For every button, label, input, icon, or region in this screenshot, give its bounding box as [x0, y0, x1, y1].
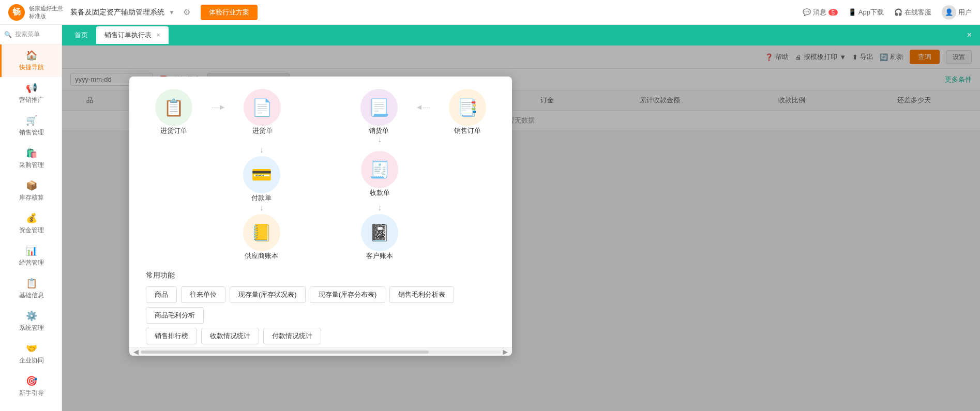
content-area: 首页 销售订单执行表 × × ❓ 帮助 🖨 按模板打印 ▼ [62, 25, 980, 411]
flow-col-payment: ↓ 💳 付款单 [243, 146, 280, 203]
trial-btn[interactable]: 体验行业方案 [201, 5, 258, 20]
flow-col-sales-bill: 📃 销货单 [360, 89, 398, 135]
fn-btn-counterpart[interactable]: 往来单位 [181, 286, 225, 303]
inventory-icon: 📦 [26, 180, 37, 191]
modal-content: 📋 进货订单 - - - - ▶ [129, 77, 512, 347]
user-label: 用户 [958, 8, 972, 17]
fn-btn-receipt-stat[interactable]: 收款情况统计 [201, 328, 259, 344]
sidebar-item-quick-nav[interactable]: 🏠 快捷导航 [0, 44, 62, 77]
scroll-left-icon[interactable]: ◀ [131, 348, 141, 356]
main-layout: 🔍 搜索菜单 🏠 快捷导航 📢 营销推广 🛒 销售管理 🛍️ 采购管理 📦 库存… [0, 25, 980, 411]
sidebar-item-marketing[interactable]: 📢 营销推广 [0, 77, 62, 110]
flow-col-supplier: 📒 供应商账本 [243, 214, 280, 261]
fn-btn-product[interactable]: 商品 [146, 286, 177, 303]
system-title-area: 装备及固定资产辅助管理系统 ▼ ⚙ 体验行业方案 [70, 5, 803, 20]
sidebar-item-label-finance: 资金管理 [19, 226, 44, 235]
spacer-arrow-1 [156, 135, 193, 144]
purchase-order-circle[interactable]: 📋 [155, 89, 192, 126]
supplier-ledger-circle[interactable]: 📒 [243, 214, 280, 251]
sidebar-item-label-marketing: 营销推广 [19, 96, 44, 104]
fn-btn-sales-rank[interactable]: 销售排行榜 [146, 328, 197, 344]
payment-bill-icon: 💳 [251, 165, 272, 185]
fn-btn-product-gross[interactable]: 商品毛利分析 [146, 307, 204, 324]
common-functions-title: 常用功能 [146, 271, 495, 280]
close-all-tabs-icon[interactable]: × [963, 28, 976, 42]
sidebar-item-label-enterprise: 企业协同 [19, 356, 44, 365]
user-item[interactable]: 👤 用户 [942, 5, 972, 20]
system-dropdown-icon[interactable]: ▼ [169, 9, 175, 16]
scrollbar-track[interactable] [141, 351, 501, 354]
message-item[interactable]: 💬 消息 5 [803, 8, 838, 17]
sidebar-item-newbie[interactable]: 🎯 新手引导 [0, 370, 62, 403]
purchase-bill-circle[interactable]: 📄 [244, 89, 281, 126]
app-icon: 📱 [848, 8, 856, 16]
fn-btn-sales-gross[interactable]: 销售毛利分析表 [389, 286, 454, 303]
scroll-right-icon[interactable]: ▶ [501, 348, 510, 356]
tab-home[interactable]: 首页 [66, 26, 96, 44]
message-icon: 💬 [803, 8, 811, 16]
supplier-ledger-label: 供应商账本 [245, 251, 278, 261]
sp5 [448, 204, 486, 212]
flow-row-3: 📒 供应商账本 📓 客户账本 [146, 214, 495, 261]
sidebar-item-basic-info[interactable]: 📋 基础信息 [0, 272, 62, 305]
operations-icon: 📊 [26, 245, 37, 256]
modal-overlay: 📋 进货订单 - - - - ▶ [62, 45, 980, 411]
sidebar-item-label-newbie: 新手引导 [19, 389, 44, 398]
sidebar-item-operations[interactable]: 📊 经营管理 [0, 240, 62, 272]
search-menu[interactable]: 🔍 搜索菜单 [0, 25, 62, 44]
common-functions: 常用功能 商品 往来单位 现存量(库存状况表) 现存量(库存分布表) 销售毛利分… [146, 271, 495, 344]
app-download-item[interactable]: 📱 App下载 [848, 8, 884, 17]
receipt-bill-label: 收款单 [370, 188, 390, 197]
payment-bill-label: 付款单 [251, 193, 272, 203]
supplier-ledger-icon: 📒 [251, 223, 272, 242]
gear-icon[interactable]: ⚙ [183, 7, 190, 17]
payment-bill-circle[interactable]: 💳 [243, 156, 280, 193]
fn-btn-inventory-dist[interactable]: 现存量(库存分布表) [310, 286, 386, 303]
arrows-row-1: ↓ [146, 135, 495, 144]
marketing-icon: 📢 [26, 82, 37, 94]
sidebar-item-finance[interactable]: 💰 资金管理 [0, 207, 62, 240]
tab-close-icon[interactable]: × [157, 32, 160, 39]
sales-bill-circle[interactable]: 📃 [360, 89, 398, 126]
sidebar-item-label-purchase: 采购管理 [19, 161, 44, 170]
message-badge: 5 [828, 9, 838, 16]
flow-row-2: ↓ 💳 付款单 🧾 [146, 146, 495, 203]
arrows-row-2: ↓ ↓ [146, 204, 495, 212]
system-title-text: 装备及固定资产辅助管理系统 [70, 8, 164, 17]
arrow-down-payment: ↓ [243, 204, 280, 212]
spacer-arrow-2 [243, 135, 280, 144]
online-service-label: 在线客服 [904, 8, 931, 17]
sidebar-item-sales[interactable]: 🛒 销售管理 [0, 110, 62, 142]
sales-order-icon: 📑 [457, 98, 478, 117]
sales-bill-icon: 📃 [369, 98, 389, 117]
sales-icon: 🛒 [26, 115, 37, 126]
sidebar-item-inventory[interactable]: 📦 库存核算 [0, 175, 62, 207]
sidebar-item-purchase[interactable]: 🛍️ 采购管理 [0, 142, 62, 175]
spacer-4 [418, 135, 429, 144]
online-service-item[interactable]: 🎧 在线客服 [894, 8, 931, 17]
message-label: 消息 [813, 8, 826, 17]
sales-order-circle[interactable]: 📑 [449, 89, 486, 126]
customer-ledger-icon: 📓 [369, 223, 390, 242]
purchase-bill-label: 进货单 [252, 126, 273, 135]
sales-order-label: 销售订单 [454, 126, 481, 135]
sp1 [156, 204, 193, 212]
sp2 [213, 204, 223, 212]
receipt-bill-circle[interactable]: 🧾 [361, 151, 398, 188]
sidebar-item-label-system: 系统管理 [19, 324, 44, 332]
flow-col-sales-order: 📑 销售订单 [449, 89, 486, 135]
arrow-down-receipt: ↓ [361, 204, 398, 212]
fn-btn-payment-stat[interactable]: 付款情况统计 [263, 328, 321, 344]
sidebar-item-system[interactable]: ⚙️ 系统管理 [0, 305, 62, 338]
spacer-arrow-3 [448, 135, 486, 144]
customer-ledger-circle[interactable]: 📓 [361, 214, 398, 251]
app-download-label: App下载 [858, 8, 884, 17]
tab-bar: 首页 销售订单执行表 × × [62, 25, 980, 45]
logo-text: 畅康通好生意 标准版 [29, 5, 63, 20]
arrow-so-sb: ◀ - - - - [417, 103, 430, 121]
fn-btn-inventory-status[interactable]: 现存量(库存状况表) [230, 286, 306, 303]
tab-sales-order[interactable]: 销售订单执行表 × [96, 26, 169, 44]
sidebar-item-enterprise[interactable]: 🤝 企业协同 [0, 338, 62, 370]
arrow-down-sb: ↓ [361, 135, 398, 144]
sales-bill-label: 销货单 [369, 126, 389, 135]
